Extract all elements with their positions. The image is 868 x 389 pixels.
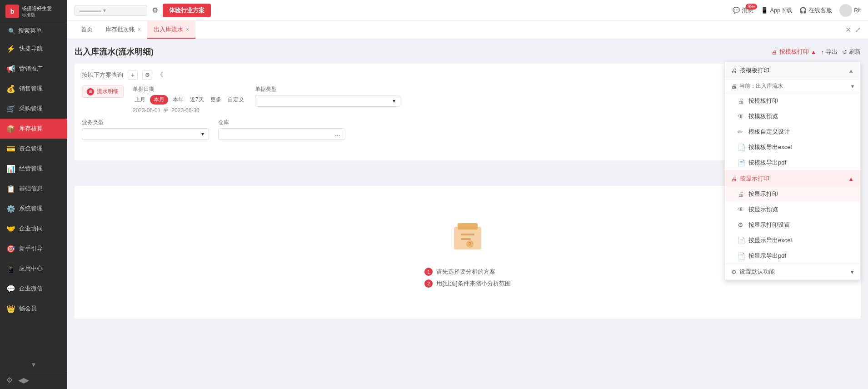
collapse-sidebar-icon[interactable]: ◀▶ <box>18 376 29 384</box>
tab-home[interactable]: 首页 <box>75 21 99 39</box>
purchase-icon: 🛒 <box>6 104 15 113</box>
empty-step-2: 2 用[过滤]条件来缩小分析范围 <box>424 279 510 288</box>
shortcut-this-year[interactable]: 本年 <box>171 95 185 105</box>
template-preview-btn[interactable]: 👁 按模板预览 <box>725 109 860 124</box>
search-icon: 🔍 <box>8 28 15 35</box>
topbar: ▬▬▬▬ ▾ ⚙ 体验行业方案 💬 消息 99+ 📱 App下载 🎧 <box>67 0 868 21</box>
shortcut-more[interactable]: 更多 <box>209 95 223 105</box>
tab-close-flow[interactable]: × <box>186 26 189 33</box>
display-print-btn[interactable]: 🖨 按显示打印 <box>725 186 860 202</box>
sidebar-item-guide[interactable]: 🎯 新手引导 <box>0 239 67 259</box>
user-avatar-area[interactable]: Rit <box>839 4 861 17</box>
biz-type-select[interactable]: ▾ <box>82 128 209 140</box>
display-print-section-header[interactable]: 🖨 按显示打印 ▲ <box>725 171 860 186</box>
headset-icon: 🎧 <box>799 7 807 14</box>
biz-type-field: 业务类型 ▾ <box>82 119 209 140</box>
sidebar-item-purchase[interactable]: 🛒 采购管理 <box>0 99 67 119</box>
shortcut-this-month[interactable]: 本月 <box>150 95 168 105</box>
app-center-icon: 📱 <box>6 264 15 273</box>
sidebar-item-finance[interactable]: 💳 资金管理 <box>0 139 67 159</box>
settings-icon[interactable]: ⚙ <box>6 376 13 384</box>
display-export-pdf-btn[interactable]: 📄 按显示导出pdf <box>725 248 860 264</box>
template-print-icon: 🖨 <box>738 97 745 105</box>
warehouse-more-icon: … <box>335 131 340 137</box>
current-template-row: 🖨 当前：出入库流水 ▾ <box>725 80 860 93</box>
display-pdf-icon: 📄 <box>738 252 745 259</box>
system-icon: ⚙️ <box>6 204 15 213</box>
sidebar: b 畅捷通好生意 标准版 🔍 搜索菜单 ⚡ 快捷导航 📢 营销推广 💰 销售管理 <box>0 0 67 389</box>
export-btn[interactable]: ↑ 导出 <box>821 48 838 56</box>
industry-btn[interactable]: 体验行业方案 <box>163 4 211 17</box>
sidebar-item-wechat[interactable]: 💬 企业微信 <box>0 279 67 299</box>
sidebar-item-system[interactable]: ⚙️ 系统管理 <box>0 199 67 219</box>
display-export-excel-btn[interactable]: 📄 按显示导出excel <box>725 233 860 248</box>
sidebar-item-basic[interactable]: 📋 基础信息 <box>0 179 67 199</box>
template-pdf-icon: 📄 <box>738 159 745 166</box>
sidebar-item-app-center[interactable]: 📱 应用中心 <box>0 259 67 279</box>
display-section-collapse-icon[interactable]: ▲ <box>848 175 854 182</box>
collab-icon: 🤝 <box>6 224 15 233</box>
tabbar: 首页 库存批次账 × 出入库流水 × ✕ ⤢ <box>67 21 868 39</box>
sidebar-item-marketing[interactable]: 📢 营销推广 <box>0 59 67 79</box>
topbar-left: ▬▬▬▬ ▾ ⚙ 体验行业方案 <box>75 4 211 17</box>
filter-chevron-left-icon: 《 <box>157 71 163 78</box>
template-export-pdf-btn[interactable]: 📄 按模板导出pdf <box>725 155 860 170</box>
display-print-settings-btn[interactable]: ⚙ 按显示打印设置 <box>725 217 860 233</box>
filter-add-btn[interactable]: + <box>128 70 138 80</box>
tabbar-close-btn[interactable]: ✕ <box>845 25 851 34</box>
display-print-header-icon: 🖨 <box>731 175 737 182</box>
display-preview-icon: 👁 <box>738 206 745 213</box>
print-btn[interactable]: 🖨 按模板打印 ▲ <box>772 48 817 56</box>
set-default-chevron[interactable]: ▾ <box>851 269 854 275</box>
shortcut-custom[interactable]: 自定义 <box>226 95 246 105</box>
sidebar-item-member[interactable]: 👑 畅会员 <box>0 299 67 319</box>
svg-text:?: ? <box>469 242 471 247</box>
sidebar-scroll-down[interactable]: ▼ <box>0 359 67 371</box>
display-preview-btn[interactable]: 👁 按显示预览 <box>725 202 860 217</box>
empty-illustration: ? <box>445 213 490 259</box>
template-print-btn[interactable]: 🖨 按模板打印 <box>725 93 860 109</box>
message-btn[interactable]: 💬 消息 99+ <box>733 6 753 15</box>
tab-flow[interactable]: 出入库流水 × <box>147 21 195 39</box>
sidebar-item-operation[interactable]: 📊 经营管理 <box>0 159 67 179</box>
dropdown-collapse-btn[interactable]: ▲ <box>848 67 854 74</box>
display-print-section: 🖨 按显示打印 ▲ 🖨 按显示打印 👁 按显 <box>725 171 860 264</box>
topbar-search-dropdown[interactable]: ▾ <box>103 7 106 14</box>
date-range: 2023-06-01 至 2023-06-30 <box>133 106 246 114</box>
template-custom-btn[interactable]: ✏ 模板自定义设计 <box>725 124 860 140</box>
tab-batch[interactable]: 库存批次账 × <box>99 21 147 39</box>
sidebar-item-quick-nav[interactable]: ⚡ 快捷导航 <box>0 39 67 59</box>
refresh-btn[interactable]: ↺ 刷新 <box>842 48 861 56</box>
filter-tag-icon: ⚙ <box>87 88 94 95</box>
app-download-btn[interactable]: 📱 App下载 <box>761 6 792 15</box>
shortcut-last-month[interactable]: 上月 <box>133 95 147 105</box>
shortcut-7-days[interactable]: 近7天 <box>188 95 206 105</box>
doc-type-field: 单据类型 ▾ <box>255 85 400 107</box>
sidebar-item-sales[interactable]: 💰 销售管理 <box>0 79 67 99</box>
guide-icon: 🎯 <box>6 244 15 253</box>
member-icon: 👑 <box>6 304 15 313</box>
tabbar-expand-btn[interactable]: ⤢ <box>855 25 861 34</box>
refresh-icon: ↺ <box>842 49 847 55</box>
print-dropdown-panel: 🖨 按模板打印 ▲ 🖨 当前：出入库流水 ▾ <box>724 61 861 280</box>
template-export-excel-btn[interactable]: 📄 按模板导出excel <box>725 140 860 155</box>
operation-icon: 📊 <box>6 164 15 173</box>
sidebar-item-collab[interactable]: 🤝 企业协同 <box>0 219 67 239</box>
doc-type-chevron-icon: ▾ <box>393 98 395 104</box>
sidebar-nav: ⚡ 快捷导航 📢 营销推广 💰 销售管理 🛒 采购管理 📦 库存核算 💳 <box>0 39 67 359</box>
warehouse-select[interactable]: … <box>218 128 345 140</box>
tab-close-batch[interactable]: × <box>138 26 141 33</box>
current-template-chevron[interactable]: ▾ <box>851 83 854 90</box>
topbar-gear-icon[interactable]: ⚙ <box>152 6 158 15</box>
filter-collapse-btn[interactable]: 《 <box>157 71 163 79</box>
sidebar-bottom: ⚙ ◀▶ <box>0 371 67 389</box>
sidebar-item-inventory[interactable]: 📦 库存核算 <box>0 119 67 139</box>
print-icon: 🖨 <box>772 49 778 55</box>
set-default-header[interactable]: ⚙ 设置默认功能 ▾ <box>725 264 860 279</box>
template-print-section: 🖨 按模板打印 👁 按模板预览 ✏ 模板自定义设计 <box>725 93 860 171</box>
doc-type-select[interactable]: ▾ <box>255 95 400 107</box>
filter-setting-btn[interactable]: ⚙ <box>142 70 152 80</box>
online-service-btn[interactable]: 🎧 在线客服 <box>799 6 832 15</box>
logo-icon: b <box>5 5 19 18</box>
sidebar-search[interactable]: 🔍 搜索菜单 <box>0 23 67 39</box>
